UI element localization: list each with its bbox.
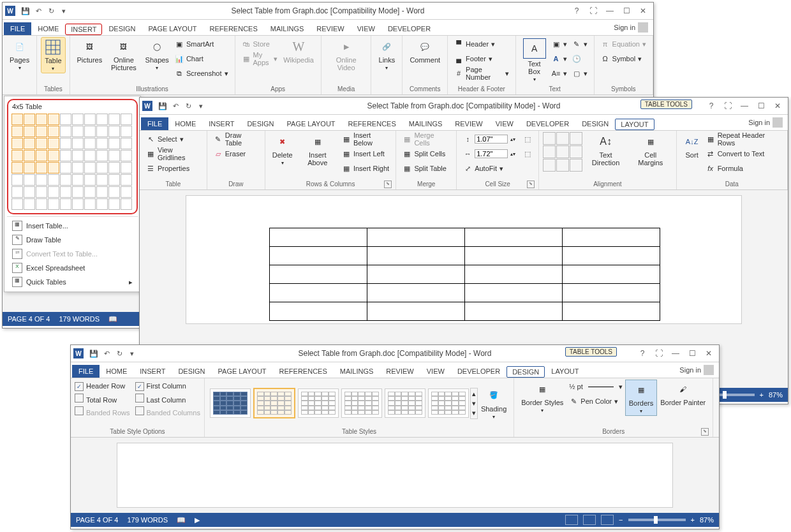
proofing-icon[interactable]: 📖 [108, 315, 117, 323]
tab-developer[interactable]: DEVELOPER [451, 365, 506, 378]
undo-icon[interactable]: ↶ [32, 4, 45, 17]
sign-in[interactable]: Sign in [609, 20, 653, 35]
table-style-3[interactable] [298, 388, 339, 418]
tab-view[interactable]: VIEW [351, 22, 381, 35]
wikipedia-button[interactable]: WWikipedia [280, 37, 317, 65]
insert-right-button[interactable]: ▦Insert Right [339, 161, 392, 175]
tab-file[interactable]: FILE [141, 117, 168, 130]
tab-mailings[interactable]: MAILINGS [264, 22, 311, 35]
select-button[interactable]: ↖Select ▾ [144, 132, 203, 146]
myapps-button[interactable]: ▦My Apps ▾ [239, 52, 281, 66]
ribbon-opts-icon[interactable]: ⛶ [651, 349, 667, 358]
redo-icon[interactable]: ↻ [45, 4, 57, 17]
drop-cap-icon[interactable]: A≡▾ [549, 66, 570, 80]
tab-review[interactable]: REVIEW [448, 117, 489, 130]
zoom-slider[interactable] [628, 519, 686, 521]
zoom-out-icon[interactable]: − [619, 516, 623, 524]
save-icon[interactable]: 💾 [156, 100, 169, 112]
tab-tt-design[interactable]: DESIGN [575, 117, 615, 130]
proofing-icon[interactable]: 📖 [177, 516, 186, 524]
insert-table-item[interactable]: ▦Insert Table... [7, 219, 138, 233]
comment-button[interactable]: 💬Comment [406, 37, 443, 65]
shading-button[interactable]: 🪣Shading▾ [478, 386, 510, 421]
convert-to-text-button[interactable]: ⇄Convert to Text [704, 147, 783, 161]
table-button[interactable]: Table▾ [41, 37, 65, 73]
page-number-button[interactable]: #Page Number ▾ [452, 66, 512, 80]
save-icon[interactable]: 💾 [87, 347, 100, 360]
table-style-6[interactable] [428, 388, 469, 418]
read-mode-icon[interactable] [565, 515, 578, 525]
pen-color-button[interactable]: ✎Pen Color ▾ [566, 394, 625, 408]
tab-references[interactable]: REFERENCES [203, 22, 264, 35]
distribute-rows-icon[interactable]: ⬚ [521, 132, 535, 146]
draw-table-item[interactable]: ✎Draw Table [7, 233, 138, 247]
table-style-1[interactable] [210, 388, 251, 418]
links-button[interactable]: 🔗Links▾ [375, 37, 398, 72]
tab-review[interactable]: REVIEW [380, 365, 420, 378]
ribbon-opts-icon[interactable]: ⛶ [586, 6, 601, 15]
eraser-button[interactable]: ▱Eraser [211, 147, 261, 161]
tab-file[interactable]: FILE [4, 22, 31, 35]
online-pictures-button[interactable]: 🖼Online Pictures [105, 37, 142, 73]
sort-button[interactable]: A↓ZSort [681, 132, 704, 160]
banded-cols-check[interactable]: Banded Columns [135, 406, 200, 417]
footer-button[interactable]: ▄Footer ▾ [452, 52, 512, 66]
close-icon[interactable]: ✕ [701, 349, 716, 358]
tab-insert[interactable]: INSERT [65, 24, 102, 35]
tab-insert[interactable]: INSERT [202, 117, 240, 130]
redo-icon[interactable]: ↻ [182, 100, 195, 112]
excel-spreadsheet-item[interactable]: XExcel Spreadsheet [7, 261, 138, 275]
maximize-icon[interactable]: ☐ [619, 6, 634, 15]
tab-tt-layout[interactable]: LAYOUT [615, 119, 654, 130]
zoom-value[interactable]: 87% [769, 391, 783, 399]
close-icon[interactable]: ✕ [770, 101, 785, 110]
pen-weight[interactable]: ½ pt▾ [566, 380, 625, 394]
tab-page-layout[interactable]: PAGE LAYOUT [281, 117, 342, 130]
minimize-icon[interactable]: — [602, 6, 617, 15]
repeat-header-button[interactable]: ▦Repeat Header Rows [704, 132, 783, 146]
zoom-in-icon[interactable]: + [691, 516, 695, 524]
text-direction-button[interactable]: A↕Text Direction [582, 132, 629, 168]
delete-button[interactable]: ✖Delete▾ [269, 132, 296, 167]
help-icon[interactable]: ? [569, 6, 584, 15]
sign-in[interactable]: Sign in [743, 115, 788, 130]
tab-tt-layout[interactable]: LAYOUT [545, 365, 585, 378]
tab-home[interactable]: HOME [168, 117, 202, 130]
tab-page-layout[interactable]: PAGE LAYOUT [142, 22, 203, 35]
maximize-icon[interactable]: ☐ [753, 101, 769, 110]
online-video-button[interactable]: ▶Online Video [325, 37, 367, 73]
col-width[interactable]: ↔▴▾ [461, 147, 518, 161]
table-style-5[interactable] [385, 388, 425, 418]
tab-mailings[interactable]: MAILINGS [334, 365, 380, 378]
split-table-button[interactable]: ▦Split Table [400, 161, 452, 175]
tab-page-layout[interactable]: PAGE LAYOUT [212, 365, 273, 378]
tab-insert[interactable]: INSERT [133, 365, 172, 378]
minimize-icon[interactable]: — [668, 349, 683, 358]
draw-table-button[interactable]: ✎Draw Table [211, 132, 261, 146]
wordart-icon[interactable]: A▾ [549, 52, 570, 66]
split-cells-button[interactable]: ▦Split Cells [400, 147, 452, 161]
border-painter-button[interactable]: 🖌Border Painter [657, 380, 709, 408]
table-style-2[interactable] [253, 388, 295, 418]
height-input[interactable] [475, 135, 508, 144]
styles-more-icon[interactable]: ▴▾▾ [470, 388, 478, 419]
web-layout-icon[interactable] [601, 515, 614, 525]
pictures-button[interactable]: 🖼Pictures [74, 37, 106, 65]
redo-icon[interactable]: ↻ [113, 347, 126, 360]
help-icon[interactable]: ? [704, 101, 719, 110]
view-gridlines-button[interactable]: ▦View Gridlines [144, 147, 203, 161]
border-styles-button[interactable]: ▦Border Styles▾ [518, 380, 566, 415]
tab-design[interactable]: DESIGN [102, 22, 142, 35]
row-height[interactable]: ↕▴▾ [461, 132, 518, 146]
header-button[interactable]: ▀Header ▾ [452, 37, 512, 51]
chart-button[interactable]: 📊Chart [172, 52, 231, 66]
table-size-grid[interactable] [10, 112, 135, 212]
tab-references[interactable]: REFERENCES [273, 365, 334, 378]
equation-button[interactable]: πEquation ▾ [598, 37, 649, 51]
tab-file[interactable]: FILE [72, 365, 100, 378]
tab-design[interactable]: DESIGN [172, 365, 211, 378]
banded-rows-check[interactable]: Banded Rows [75, 406, 130, 417]
tab-references[interactable]: REFERENCES [342, 117, 403, 130]
maximize-icon[interactable]: ☐ [684, 349, 700, 358]
shapes-button[interactable]: ◯Shapes▾ [142, 37, 172, 72]
